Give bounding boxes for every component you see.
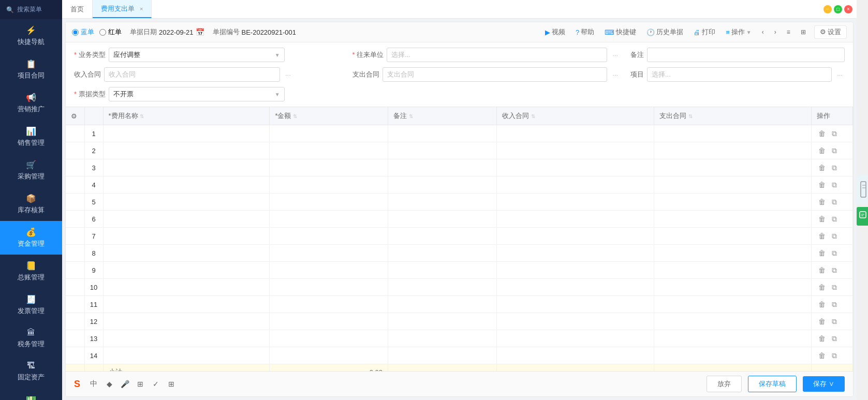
row-amount[interactable] bbox=[270, 159, 388, 176]
copy-row-btn[interactable]: ⧉ bbox=[829, 180, 840, 190]
row-amount[interactable] bbox=[270, 347, 388, 364]
row-remark[interactable] bbox=[388, 176, 497, 194]
delete-row-btn[interactable]: 🗑 bbox=[817, 180, 827, 190]
copy-row-btn[interactable]: ⧉ bbox=[829, 282, 840, 292]
nav-next-btn[interactable]: › bbox=[772, 27, 778, 37]
th-expense-name[interactable]: *费用名称 bbox=[103, 107, 270, 125]
tab-expense[interactable]: 费用支出单 × bbox=[93, 0, 152, 18]
delete-row-btn[interactable]: 🗑 bbox=[817, 162, 827, 173]
copy-row-btn[interactable]: ⧉ bbox=[829, 214, 840, 224]
sidebar-item-accounting[interactable]: 📒 总账管理 bbox=[0, 255, 62, 288]
sidebar-item-payroll[interactable]: 💵 工资 bbox=[0, 388, 62, 400]
copy-row-btn[interactable]: ⧉ bbox=[829, 299, 840, 309]
row-remark[interactable] bbox=[388, 296, 497, 313]
sidebar-item-tax-mgmt[interactable]: 🏛 税务管理 bbox=[0, 322, 62, 355]
nav-prev-btn[interactable]: ‹ bbox=[760, 27, 766, 37]
th-gear[interactable]: ⚙ bbox=[66, 107, 84, 125]
delete-row-btn[interactable]: 🗑 bbox=[817, 265, 827, 275]
sidebar-item-fund-mgmt[interactable]: 💰 资金管理 bbox=[0, 221, 62, 255]
row-expense-contract[interactable] bbox=[654, 313, 812, 330]
row-income-contract[interactable] bbox=[497, 245, 654, 262]
project-select[interactable]: 选择... bbox=[647, 67, 832, 82]
expense-contract-select[interactable]: 支出合同 bbox=[382, 67, 608, 82]
radio-blue-input[interactable] bbox=[72, 29, 79, 36]
radio-red[interactable]: 红单 bbox=[99, 27, 122, 37]
sidebar-item-purchase-mgmt[interactable]: 🛒 采购管理 bbox=[0, 154, 62, 187]
row-amount[interactable] bbox=[270, 142, 388, 159]
row-expense-name[interactable] bbox=[103, 159, 270, 176]
row-amount[interactable] bbox=[270, 125, 388, 142]
set-button[interactable]: ⚙ 设置 bbox=[814, 25, 847, 39]
copy-row-btn[interactable]: ⧉ bbox=[829, 197, 840, 207]
delete-row-btn[interactable]: 🗑 bbox=[817, 248, 827, 258]
row-expense-name[interactable] bbox=[103, 245, 270, 262]
row-expense-contract[interactable] bbox=[654, 262, 812, 279]
row-income-contract[interactable] bbox=[497, 228, 654, 245]
row-expense-name[interactable] bbox=[103, 262, 270, 279]
row-expense-name[interactable] bbox=[103, 211, 270, 228]
view-list-btn[interactable]: ≡ bbox=[785, 27, 792, 37]
row-expense-contract[interactable] bbox=[654, 211, 812, 228]
view-grid-btn[interactable]: ⊞ bbox=[799, 27, 808, 37]
counterpart-dots[interactable]: ··· bbox=[610, 51, 620, 59]
grid-icon[interactable]: ⊞ bbox=[134, 378, 146, 390]
row-amount[interactable] bbox=[270, 176, 388, 194]
save-button[interactable]: 保存 ∨ bbox=[803, 376, 845, 392]
row-expense-name[interactable] bbox=[103, 347, 270, 364]
copy-row-btn[interactable]: ⧉ bbox=[829, 350, 840, 361]
row-expense-contract[interactable] bbox=[654, 228, 812, 245]
row-remark[interactable] bbox=[388, 279, 497, 296]
project-dots[interactable]: ··· bbox=[835, 71, 845, 79]
right-tab-green[interactable] bbox=[857, 207, 868, 226]
delete-row-btn[interactable]: 🗑 bbox=[817, 316, 827, 327]
expense-contract-dots[interactable]: ··· bbox=[610, 71, 620, 79]
th-income-contract[interactable]: 收入合同 bbox=[497, 107, 654, 125]
delete-row-btn[interactable]: 🗑 bbox=[817, 145, 827, 156]
history-btn[interactable]: 🕐 历史单据 bbox=[644, 26, 685, 38]
abandon-button[interactable]: 放弃 bbox=[707, 376, 742, 392]
zhong-icon[interactable]: 中 bbox=[87, 378, 100, 390]
row-expense-name[interactable] bbox=[103, 176, 270, 194]
row-amount[interactable] bbox=[270, 194, 388, 211]
sidebar-item-sales-promo[interactable]: 📢 营销推广 bbox=[0, 86, 62, 120]
close-button[interactable]: × bbox=[844, 5, 852, 13]
row-income-contract[interactable] bbox=[497, 296, 654, 313]
sidebar-item-sales-mgmt[interactable]: 📊 销售管理 bbox=[0, 120, 62, 154]
row-income-contract[interactable] bbox=[497, 313, 654, 330]
th-expense-contract[interactable]: 支出合同 bbox=[654, 107, 812, 125]
operations-btn[interactable]: ≡ 操作 ▼ bbox=[724, 26, 754, 38]
delete-row-btn[interactable]: 🗑 bbox=[817, 333, 827, 344]
row-expense-contract[interactable] bbox=[654, 296, 812, 313]
row-expense-contract[interactable] bbox=[654, 194, 812, 211]
help-btn[interactable]: ? 帮助 bbox=[573, 26, 596, 38]
row-remark[interactable] bbox=[388, 159, 497, 176]
copy-row-btn[interactable]: ⧉ bbox=[829, 248, 840, 258]
right-tab-1[interactable] bbox=[857, 175, 868, 204]
sidebar-item-invoice-mgmt[interactable]: 🧾 发票管理 bbox=[0, 288, 62, 322]
row-remark[interactable] bbox=[388, 142, 497, 159]
row-amount[interactable] bbox=[270, 313, 388, 330]
mic-icon[interactable]: 🎤 bbox=[119, 378, 131, 390]
copy-row-btn[interactable]: ⧉ bbox=[829, 231, 840, 241]
delete-row-btn[interactable]: 🗑 bbox=[817, 214, 827, 224]
delete-row-btn[interactable]: 🗑 bbox=[817, 197, 827, 207]
row-remark[interactable] bbox=[388, 228, 497, 245]
row-expense-contract[interactable] bbox=[654, 245, 812, 262]
th-amount[interactable]: *金额 bbox=[270, 107, 388, 125]
radio-red-input[interactable] bbox=[99, 29, 106, 36]
row-expense-name[interactable] bbox=[103, 142, 270, 159]
copy-row-btn[interactable]: ⧉ bbox=[829, 316, 840, 327]
print-btn[interactable]: 🖨 打印 bbox=[692, 26, 717, 38]
apps-icon[interactable]: ⊞ bbox=[165, 378, 178, 390]
save-draft-button[interactable]: 保存草稿 bbox=[748, 376, 797, 392]
row-amount[interactable] bbox=[270, 228, 388, 245]
row-income-contract[interactable] bbox=[497, 211, 654, 228]
sidebar-item-inventory[interactable]: 📦 库存核算 bbox=[0, 187, 62, 221]
th-remark[interactable]: 备注 bbox=[388, 107, 497, 125]
row-expense-contract[interactable] bbox=[654, 125, 812, 142]
row-income-contract[interactable] bbox=[497, 347, 654, 364]
delete-row-btn[interactable]: 🗑 bbox=[817, 128, 827, 139]
sidebar-item-project-contract[interactable]: 📋 项目合同 bbox=[0, 53, 62, 86]
counterpart-select[interactable]: 选择... bbox=[387, 48, 607, 62]
row-expense-contract[interactable] bbox=[654, 330, 812, 347]
